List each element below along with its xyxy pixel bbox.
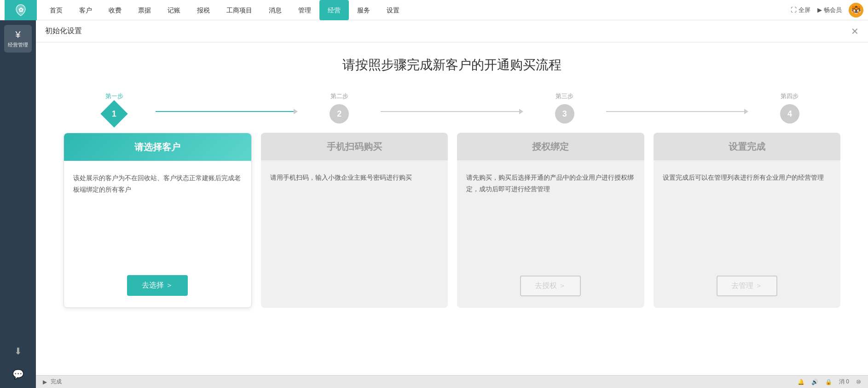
card-3-header: 授权绑定	[457, 133, 644, 160]
step-3-number: 3	[562, 109, 567, 119]
step-2: 第二步 2	[298, 92, 381, 123]
svg-text:✿: ✿	[18, 6, 23, 13]
step-4-label: 第四步	[781, 92, 799, 100]
nav-right: ⛶ 全屏 ▶ 畅会员 🐯	[791, 3, 863, 18]
fullscreen-icon: ⛶	[791, 6, 797, 13]
card-4-description: 设置完成后可以在管理列表进行所有企业用户的经营管理	[663, 174, 824, 181]
step-4: 第四步 4	[748, 92, 831, 123]
sidebar-item-label: 经营管理	[8, 41, 28, 48]
connector-line-3	[606, 111, 744, 112]
nav-item-customer[interactable]: 客户	[71, 0, 100, 20]
top-navigation: ✿ 首页 客户 收费 票据 记账 报税 工商项目 消息 管理 经营 服务 设置 …	[0, 0, 868, 20]
go-auth-button[interactable]: 去授权 ＞	[520, 276, 581, 296]
download-icon[interactable]: ⬇	[9, 342, 27, 360]
card-2-header: 手机扫码购买	[261, 133, 448, 160]
card-setup-complete: 设置完成 设置完成后可以在管理列表进行所有企业用户的经营管理 去管理 ＞	[654, 133, 841, 308]
nav-item-home[interactable]: 首页	[41, 0, 71, 20]
step-2-label: 第二步	[330, 92, 348, 100]
nav-item-fee[interactable]: 收费	[100, 0, 130, 20]
card-scan-buy: 手机扫码购买 请用手机扫码，输入小微企业主账号密码进行购买	[261, 133, 448, 308]
card-3-footer: 去授权 ＞	[457, 269, 644, 308]
main-layout: ¥ 经营管理 ⬇ 💬 初始化设置 ✕ 请按照步骤完成新客户的开通购买流程 第一步	[0, 20, 868, 388]
card-3-body: 请先购买，购买后选择开通的产品中的企业用户进行授权绑定，成功后即可进行经营管理	[457, 160, 644, 269]
cards-container: 请选择客户 该处展示的客户为不在回收站、客户状态正常建账后完成老板端绑定的所有客…	[64, 133, 840, 308]
step-2-number: 2	[337, 109, 341, 119]
nav-logo[interactable]: ✿	[5, 0, 37, 20]
status-bar-right: 🔔 🔊 🔒 消 0 ⑩	[798, 378, 861, 386]
step-1: 第一步 1	[73, 92, 156, 123]
version-indicator: ⑩	[856, 379, 861, 385]
fullscreen-button[interactable]: ⛶ 全屏	[791, 6, 810, 14]
card-1-description: 该处展示的客户为不在回收站、客户状态正常建账后完成老板端绑定的所有客户	[73, 174, 241, 193]
connector-arrow-3	[744, 109, 748, 114]
step-3-label: 第三步	[556, 92, 573, 100]
card-1-header: 请选择客户	[64, 133, 251, 161]
nav-item-operation[interactable]: 经营	[319, 0, 349, 20]
support-icon[interactable]: 💬	[9, 365, 27, 383]
card-2-footer	[261, 289, 448, 308]
nav-item-bill[interactable]: 票据	[130, 0, 159, 20]
user-avatar[interactable]: 🐯	[849, 3, 863, 18]
card-auth-bind: 授权绑定 请先购买，购买后选择开通的产品中的企业用户进行授权绑定，成功后即可进行…	[457, 133, 644, 308]
close-button[interactable]: ✕	[851, 26, 859, 37]
lock-icon[interactable]: 🔒	[825, 379, 832, 385]
connector-2-3	[381, 109, 523, 114]
connector-arrow-1	[294, 109, 298, 114]
connector-1-2	[156, 109, 298, 114]
nav-items: 首页 客户 收费 票据 记账 报税 工商项目 消息 管理 经营 服务 设置	[41, 0, 791, 20]
card-2-body: 请用手机扫码，输入小微企业主账号密码进行购买	[261, 160, 448, 289]
vip-label: 畅会员	[824, 6, 842, 14]
vip-button[interactable]: ▶ 畅会员	[817, 6, 842, 14]
card-select-customer: 请选择客户 该处展示的客户为不在回收站、客户状态正常建账后完成老板端绑定的所有客…	[64, 133, 252, 308]
card-1-body: 该处展示的客户为不在回收站、客户状态正常建账后完成老板端绑定的所有客户	[64, 161, 251, 268]
card-3-description: 请先购买，购买后选择开通的产品中的企业用户进行授权绑定，成功后即可进行经营管理	[466, 174, 634, 193]
nav-item-service[interactable]: 服务	[349, 0, 378, 20]
nav-item-account[interactable]: 记账	[159, 0, 189, 20]
step-3: 第三步 3	[523, 92, 606, 123]
status-label: 完成	[51, 378, 62, 386]
card-1-footer: 去选择 ＞	[64, 268, 251, 307]
play-status-icon: ▶	[43, 379, 47, 385]
step-4-number: 4	[787, 109, 792, 119]
card-1-title: 请选择客户	[134, 141, 180, 153]
main-heading: 请按照步骤完成新客户的开通购买流程	[64, 56, 840, 74]
card-4-body: 设置完成后可以在管理列表进行所有企业用户的经营管理	[654, 160, 841, 269]
step-1-number: 1	[112, 109, 116, 118]
step-1-label: 第一步	[105, 92, 123, 100]
message-count: 消 0	[839, 378, 849, 386]
connector-line-active	[156, 111, 294, 112]
status-bar: ▶ 完成 🔔 🔊 🔒 消 0 ⑩	[36, 375, 868, 388]
card-3-title: 授权绑定	[532, 141, 569, 153]
sidebar-item-operation[interactable]: ¥ 经营管理	[4, 25, 32, 53]
connector-3-4	[606, 109, 748, 114]
fullscreen-label: 全屏	[799, 6, 810, 14]
nav-item-message[interactable]: 消息	[260, 0, 290, 20]
yuan-icon: ¥	[15, 29, 20, 40]
volume-icon[interactable]: 🔊	[811, 379, 818, 385]
nav-item-manage[interactable]: 管理	[290, 0, 319, 20]
go-manage-button[interactable]: 去管理 ＞	[717, 276, 777, 296]
card-4-footer: 去管理 ＞	[654, 269, 841, 308]
connector-arrow-2	[519, 109, 523, 114]
card-2-description: 请用手机扫码，输入小微企业主账号密码进行购买	[270, 174, 412, 181]
status-bar-left: ▶ 完成	[43, 378, 62, 386]
card-2-title: 手机扫码购买	[327, 141, 382, 153]
page-header: 初始化设置 ✕	[36, 20, 868, 42]
page-title: 初始化设置	[45, 26, 82, 36]
sidebar-bottom: ⬇ 💬	[9, 342, 27, 383]
notification-icon[interactable]: 🔔	[798, 379, 804, 385]
nav-item-tax[interactable]: 报税	[189, 0, 218, 20]
go-select-button[interactable]: 去选择 ＞	[127, 275, 188, 296]
sidebar: ¥ 经营管理 ⬇ 💬	[0, 20, 36, 388]
connector-line-2	[381, 111, 519, 112]
page-body: 请按照步骤完成新客户的开通购买流程 第一步 1 第二	[36, 42, 868, 375]
main-content: 初始化设置 ✕ 请按照步骤完成新客户的开通购买流程 第一步 1	[36, 20, 868, 388]
steps-indicator: 第一步 1 第二步 2	[64, 92, 840, 123]
card-4-header: 设置完成	[654, 133, 841, 160]
nav-item-settings[interactable]: 设置	[378, 0, 408, 20]
card-4-title: 设置完成	[729, 141, 765, 153]
play-icon: ▶	[817, 6, 822, 13]
nav-item-business[interactable]: 工商项目	[218, 0, 260, 20]
